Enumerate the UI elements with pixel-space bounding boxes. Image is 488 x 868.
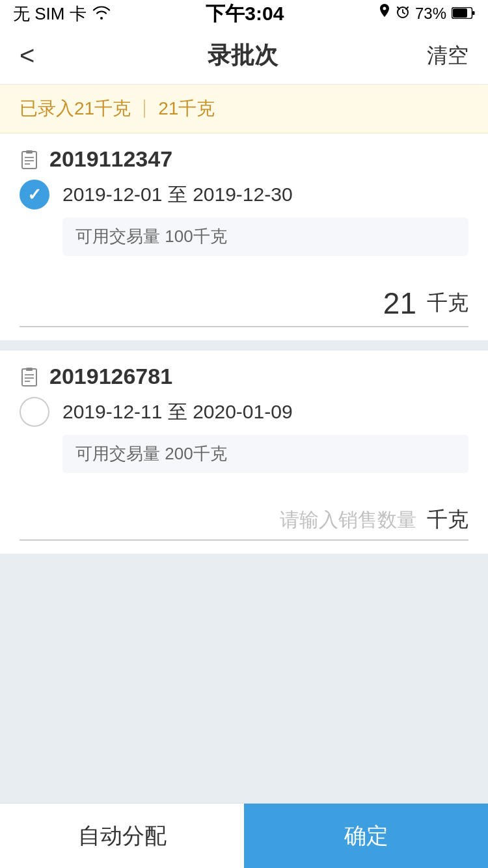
- section-divider: [0, 340, 488, 351]
- svg-rect-4: [22, 152, 36, 169]
- batch1-header: 2019112347: [20, 146, 468, 172]
- batch2-card: 2019126781 2019-12-11 至 2020-01-09 可用交易量…: [0, 351, 488, 554]
- status-left: 无 SIM 卡: [13, 3, 111, 25]
- svg-rect-10: [26, 368, 33, 371]
- batch1-amount-unit: 千克: [427, 289, 468, 318]
- batch2-input-placeholder: 请输入销售数量: [280, 507, 416, 534]
- batch2-header: 2019126781: [20, 364, 468, 389]
- batch1-item: 2019112347 2019-12-01 至 2019-12-30 可用交易量…: [0, 133, 488, 275]
- status-bar: 无 SIM 卡 下午3:04: [0, 0, 488, 27]
- batch1-available: 可用交易量 100千克: [62, 217, 468, 256]
- battery-label: 73%: [415, 5, 446, 23]
- batch2-available: 可用交易量 200千克: [62, 435, 468, 473]
- batch1-date-row: 2019-12-01 至 2019-12-30: [20, 180, 468, 210]
- confirm-button[interactable]: 确定: [244, 804, 488, 868]
- wifi-icon: [92, 4, 111, 24]
- nav-bar: < 录批次 清空: [0, 27, 488, 85]
- batch2-item: 2019126781 2019-12-11 至 2020-01-09 可用交易量…: [0, 351, 488, 493]
- clear-button[interactable]: 清空: [427, 42, 468, 70]
- auto-allocate-button[interactable]: 自动分配: [0, 804, 244, 868]
- svg-rect-5: [26, 150, 33, 154]
- batch2-input-row[interactable]: 请输入销售数量 千克: [0, 493, 488, 534]
- batch2-date-row: 2019-12-11 至 2020-01-09: [20, 397, 468, 427]
- batch2-number: 2019126781: [49, 364, 172, 389]
- batch1-amount-row: 21 千克: [0, 275, 488, 321]
- status-time: 下午3:04: [206, 1, 284, 27]
- info-banner: 已录入21千克 21千克: [0, 85, 488, 133]
- batch1-date-range: 2019-12-01 至 2019-12-30: [62, 182, 293, 208]
- batch1-card: 2019112347 2019-12-01 至 2019-12-30 可用交易量…: [0, 133, 488, 340]
- battery-icon: [452, 5, 475, 23]
- batch2-icon: [20, 365, 43, 388]
- bottom-bar: 自动分配 确定: [0, 803, 488, 868]
- svg-rect-3: [472, 11, 475, 15]
- info-divider: [144, 100, 145, 118]
- back-button[interactable]: <: [20, 41, 59, 70]
- svg-rect-2: [453, 8, 467, 18]
- svg-rect-9: [22, 369, 36, 386]
- batch2-checkbox[interactable]: [20, 397, 49, 427]
- batch1-amount-value: 21: [383, 286, 416, 321]
- recorded-label: 已录入21千克: [20, 96, 131, 121]
- status-right: 73%: [379, 4, 475, 23]
- batch2-date-range: 2019-12-11 至 2020-01-09: [62, 399, 293, 426]
- carrier-label: 无 SIM 卡: [13, 3, 87, 25]
- batch1-icon: [20, 148, 43, 171]
- batch1-checkbox[interactable]: [20, 180, 49, 210]
- recorded-value: 21千克: [158, 96, 215, 121]
- batch1-number: 2019112347: [49, 146, 172, 172]
- alarm-icon: [396, 5, 410, 23]
- page-title: 录批次: [208, 40, 278, 72]
- location-icon: [379, 4, 390, 23]
- batch2-input-unit: 千克: [427, 506, 468, 534]
